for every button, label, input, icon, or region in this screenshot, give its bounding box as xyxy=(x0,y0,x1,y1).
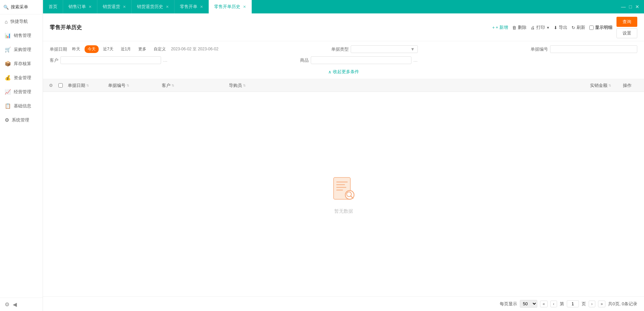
delete-button[interactable]: 🗑 删除 xyxy=(512,24,527,31)
collapse-label: 收起更多条件 xyxy=(333,69,359,75)
tab-retail-open[interactable]: 零售开单✕ xyxy=(175,0,209,13)
date-btn-今天[interactable]: 今天 xyxy=(85,45,99,53)
goods-input[interactable] xyxy=(311,56,411,64)
sidebar-bottom: ⚙ ◀ xyxy=(0,298,43,311)
nav-label-sales-mgmt: 销售管理 xyxy=(14,33,31,39)
th-num[interactable]: 单据编号 ⇅ xyxy=(105,83,159,89)
first-page-button[interactable]: « xyxy=(540,301,548,307)
date-btn-更多[interactable]: 更多 xyxy=(135,45,149,53)
setting-button[interactable]: 设置 xyxy=(616,28,637,38)
tab-home[interactable]: 首页 xyxy=(43,0,63,13)
column-settings-button[interactable]: ⚙ xyxy=(46,83,56,88)
customer-dots[interactable]: … xyxy=(163,58,167,63)
collapse-icon: ∧ xyxy=(328,69,332,74)
tab-sales-order[interactable]: 销售订单✕ xyxy=(63,0,97,13)
sidebar-search[interactable]: 🔍 搜索采单 xyxy=(0,0,43,14)
date-filter-label: 单据日期 xyxy=(50,46,67,52)
sidebar-item-purchase-mgmt[interactable]: 🛒 采购管理 xyxy=(0,43,43,57)
sidebar-item-quick-nav[interactable]: ⌂ 快捷导航 xyxy=(0,14,43,29)
date-btn-自定义[interactable]: 自定义 xyxy=(151,45,169,53)
tab-sales-return[interactable]: 销货退货✕ xyxy=(97,0,132,13)
page-header: 零售开单历史 ＋ + 新增 🗑 删除 🖨 打印 ▼ ⬇ 导出 xyxy=(43,13,644,41)
refresh-icon: ↻ xyxy=(572,25,575,30)
tab-close-sales-order[interactable]: ✕ xyxy=(89,5,92,9)
sidebar-search-label: 搜索采单 xyxy=(11,4,28,10)
date-btn-近7天[interactable]: 近7天 xyxy=(100,45,116,53)
window-minimize-icon[interactable]: — xyxy=(621,4,626,9)
sidebar-item-inventory[interactable]: 📦 库存核算 xyxy=(0,57,43,71)
tab-label-retail-open: 零售开单 xyxy=(180,4,197,10)
tab-bar: 首页销售订单✕销货退货✕销货退货历史✕零售开单✕零售开单历史✕ — □ ✕ xyxy=(43,0,644,13)
add-icon: ＋ xyxy=(491,24,496,31)
tab-bar-right: — □ ✕ xyxy=(621,4,644,9)
export-button[interactable]: ⬇ 导出 xyxy=(554,24,567,31)
th-customer-sort-icon: ⇅ xyxy=(171,84,174,87)
tab-close-sales-return[interactable]: ✕ xyxy=(123,5,126,9)
nav-label-sys-mgmt: 系统管理 xyxy=(12,117,29,123)
per-page-label: 每页显示 xyxy=(500,301,517,307)
current-page-input[interactable] xyxy=(567,300,579,307)
toolbar: ＋ + 新增 🗑 删除 🖨 打印 ▼ ⬇ 导出 ↻ xyxy=(491,17,637,38)
collapse-button[interactable]: ∧ 收起更多条件 xyxy=(328,69,359,75)
select-all-checkbox[interactable] xyxy=(56,83,65,88)
collapse-icon[interactable]: ◀ xyxy=(13,301,17,308)
window-maximize-icon[interactable]: □ xyxy=(629,4,632,9)
settings-icon[interactable]: ⚙ xyxy=(5,301,9,308)
nav-icon-basic-info: 📋 xyxy=(5,103,11,109)
sidebar-item-basic-info[interactable]: 📋 基础信息 xyxy=(0,99,43,113)
filter-area: 单据日期 昨天今天近7天近1月更多自定义 2023-06-02 至 2023-0… xyxy=(43,41,644,79)
th-customer-label: 客户 xyxy=(162,83,170,89)
next-page-button[interactable]: › xyxy=(589,301,595,307)
th-num-label: 单据编号 xyxy=(108,83,126,89)
per-page-select[interactable]: 50 10 20 100 xyxy=(520,300,537,308)
th-guide-sort-icon: ⇅ xyxy=(243,84,246,87)
delete-icon: 🗑 xyxy=(512,25,516,30)
nav-label-quick-nav: 快捷导航 xyxy=(10,18,28,24)
tab-close-retail-open-history[interactable]: ✕ xyxy=(243,5,246,9)
sidebar-item-operations[interactable]: 📈 经营管理 xyxy=(0,85,43,99)
filter-collapse-row: ∧ 收起更多条件 xyxy=(50,67,637,75)
header-checkbox[interactable] xyxy=(58,83,63,88)
th-guide[interactable]: 导购员 ⇅ xyxy=(226,83,266,89)
add-button[interactable]: ＋ + 新增 xyxy=(491,24,508,31)
print-icon: 🖨 xyxy=(531,25,535,30)
th-amount[interactable]: 实销金额 ⇅ xyxy=(580,83,614,89)
last-page-button[interactable]: » xyxy=(598,301,606,307)
date-btn-近1月[interactable]: 近1月 xyxy=(118,45,134,53)
page-label: 第 xyxy=(560,301,564,307)
th-action-label: 操作 xyxy=(623,83,632,89)
num-input[interactable] xyxy=(550,45,637,53)
th-date-sort-icon: ⇅ xyxy=(86,84,89,87)
table-area: ⚙ 单据日期 ⇅ 单据编号 ⇅ 客户 ⇅ 导购员 ⇅ xyxy=(43,79,644,296)
prev-page-button[interactable]: ‹ xyxy=(550,301,557,307)
query-button[interactable]: 查询 xyxy=(616,17,637,27)
display-detail-toggle[interactable]: 显示明细 xyxy=(589,24,612,31)
tab-sales-return-history[interactable]: 销货退货历史✕ xyxy=(132,0,175,13)
tab-retail-open-history[interactable]: 零售开单历史✕ xyxy=(209,0,252,13)
window-close-icon[interactable]: ✕ xyxy=(635,4,639,9)
th-customer[interactable]: 客户 ⇅ xyxy=(159,83,226,89)
print-dropdown-icon: ▼ xyxy=(546,26,550,30)
display-detail-checkbox[interactable] xyxy=(589,25,594,30)
sidebar-item-sales-mgmt[interactable]: 📊 销售管理 xyxy=(0,29,43,43)
tab-close-retail-open[interactable]: ✕ xyxy=(200,5,203,9)
type-select[interactable]: ▼ xyxy=(351,45,418,53)
goods-dots[interactable]: … xyxy=(413,58,418,63)
refresh-button[interactable]: ↻ 刷新 xyxy=(572,24,585,31)
nav-label-operations: 经营管理 xyxy=(14,89,31,95)
empty-illustration xyxy=(327,174,360,204)
print-button[interactable]: 🖨 打印 ▼ xyxy=(531,24,550,31)
th-guide-label: 导购员 xyxy=(229,83,242,89)
sidebar-item-finance[interactable]: 💰 资金管理 xyxy=(0,71,43,85)
tab-label-sales-return: 销货退货 xyxy=(103,4,120,10)
th-amount-label: 实销金额 xyxy=(590,83,607,89)
sidebar-item-sys-mgmt[interactable]: ⚙ 系统管理 xyxy=(0,113,43,127)
th-date[interactable]: 单据日期 ⇅ xyxy=(65,83,105,89)
date-btn-昨天[interactable]: 昨天 xyxy=(69,45,83,53)
customer-input[interactable] xyxy=(60,56,161,64)
svg-rect-2 xyxy=(336,182,348,183)
export-icon: ⬇ xyxy=(554,25,557,30)
nav-icon-finance: 💰 xyxy=(5,75,11,81)
tab-close-sales-return-history[interactable]: ✕ xyxy=(166,5,169,9)
sidebar: 🔍 搜索采单 ⌂ 快捷导航📊 销售管理🛒 采购管理📦 库存核算💰 资金管理📈 经… xyxy=(0,0,43,311)
